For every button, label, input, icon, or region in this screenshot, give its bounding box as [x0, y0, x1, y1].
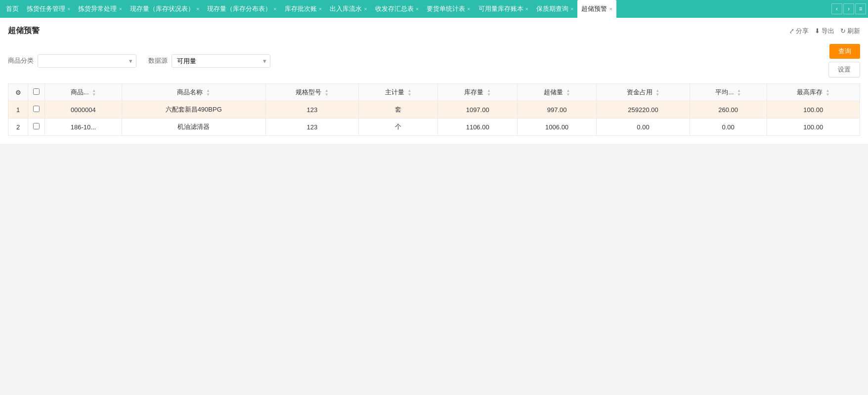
- row-checkbox-cell[interactable]: [28, 118, 45, 136]
- share-icon: ⤤: [789, 27, 794, 35]
- close-icon[interactable]: ×: [319, 6, 322, 12]
- row-avg: 0.00: [690, 118, 767, 136]
- sort-icon: ▲▼: [655, 89, 659, 97]
- sort-icon: ▲▼: [408, 89, 412, 97]
- row-code: 186-10...: [45, 118, 122, 136]
- row-capital: 0.00: [597, 118, 690, 136]
- close-icon[interactable]: ×: [416, 6, 419, 12]
- th-avg[interactable]: 平均... ▲▼: [690, 84, 767, 101]
- table-row: 2 186-10... 机油滤清器 123 个 1106.00 1006.00 …: [8, 118, 860, 136]
- nav-inout-flow[interactable]: 出入库流水 ×: [326, 0, 371, 18]
- nav-next-button[interactable]: ›: [843, 3, 854, 14]
- select-all-checkbox[interactable]: [33, 88, 40, 95]
- nav-overstock-warning[interactable]: 超储预警 ×: [577, 0, 616, 18]
- datasource-select[interactable]: 可用量 库存量: [172, 54, 270, 68]
- close-icon[interactable]: ×: [364, 6, 367, 12]
- refresh-icon: ↻: [840, 27, 846, 35]
- table-row: 1 0000004 六配套新昌490BPG 123 套 1097.00 997.…: [8, 101, 860, 118]
- category-select[interactable]: [38, 54, 136, 68]
- row-checkbox[interactable]: [33, 106, 40, 112]
- settings-button[interactable]: 设置: [828, 62, 860, 78]
- nav-available-stock[interactable]: 可用量库存账本 ×: [475, 0, 532, 18]
- row-unit: 个: [359, 118, 438, 136]
- sort-icon: ▲▼: [487, 89, 491, 97]
- close-icon[interactable]: ×: [196, 6, 199, 12]
- th-name[interactable]: 商品名称 ▲▼: [122, 84, 265, 101]
- row-avg: 260.00: [690, 101, 767, 118]
- row-overstock: 1006.00: [517, 118, 596, 136]
- page-content: 超储预警 ⤤ 分享 ⬇ 导出 ↻ 刷新 商品分类: [0, 18, 868, 144]
- nav-stock-status[interactable]: 现存量（库存状况表） ×: [126, 0, 203, 18]
- page-header: 超储预警 ⤤ 分享 ⬇ 导出 ↻ 刷新: [8, 26, 860, 36]
- query-button[interactable]: 查询: [829, 44, 860, 59]
- close-icon[interactable]: ×: [67, 6, 70, 12]
- datasource-select-wrapper: 可用量 库存量: [172, 54, 270, 68]
- row-spec: 123: [265, 101, 358, 118]
- share-button[interactable]: ⤤ 分享: [789, 27, 809, 36]
- table-header-row: ⚙ 商品... ▲▼ 商品名称 ▲▼ 规格型号 ▲▼ 主计: [8, 84, 860, 101]
- category-select-wrapper: [38, 54, 136, 68]
- nav-pick-exception[interactable]: 拣货异常处理 ×: [74, 0, 126, 18]
- export-icon: ⬇: [815, 27, 820, 35]
- th-settings[interactable]: ⚙: [8, 84, 28, 101]
- th-maxstock[interactable]: 最高库存 ▲▼: [767, 84, 860, 101]
- nav-summary[interactable]: 收发存汇总表 ×: [371, 0, 423, 18]
- close-icon[interactable]: ×: [119, 6, 122, 12]
- sort-icon: ▲▼: [737, 89, 741, 97]
- nav-prev-button[interactable]: ‹: [831, 3, 842, 14]
- th-overstock[interactable]: 超储量 ▲▼: [517, 84, 596, 101]
- header-actions: ⤤ 分享 ⬇ 导出 ↻ 刷新: [789, 27, 860, 36]
- th-capital[interactable]: 资金占用 ▲▼: [597, 84, 690, 101]
- settings-icon: ⚙: [15, 89, 21, 96]
- export-button[interactable]: ⬇ 导出: [815, 27, 834, 36]
- th-checkbox[interactable]: [28, 84, 45, 101]
- row-maxstock: 100.00: [767, 118, 860, 136]
- th-unit[interactable]: 主计量 ▲▼: [359, 84, 438, 101]
- refresh-button[interactable]: ↻ 刷新: [840, 27, 860, 36]
- row-num: 1: [8, 101, 28, 118]
- row-checkbox-cell[interactable]: [28, 101, 45, 118]
- row-num: 2: [8, 118, 28, 136]
- datasource-filter: 数据源 可用量 库存量: [148, 54, 270, 68]
- nav-quality-check[interactable]: 保质期查询 ×: [532, 0, 577, 18]
- close-icon[interactable]: ×: [609, 6, 612, 12]
- page-title: 超储预警: [8, 26, 40, 36]
- nav-home[interactable]: 首页: [2, 0, 23, 18]
- nav-pick-task[interactable]: 拣货任务管理 ×: [23, 0, 74, 18]
- row-checkbox[interactable]: [33, 123, 40, 129]
- th-spec[interactable]: 规格型号 ▲▼: [265, 84, 358, 101]
- top-navigation: 首页 拣货任务管理 × 拣货异常处理 × 现存量（库存状况表） × 现存量（库存…: [0, 0, 868, 18]
- row-name: 六配套新昌490BPG: [122, 101, 265, 118]
- close-icon[interactable]: ×: [273, 6, 276, 12]
- sort-icon: ▲▼: [566, 89, 570, 97]
- nav-menu-button[interactable]: ≡: [855, 3, 866, 14]
- row-maxstock: 100.00: [767, 101, 860, 118]
- sort-icon: ▲▼: [325, 89, 329, 97]
- data-table: ⚙ 商品... ▲▼ 商品名称 ▲▼ 规格型号 ▲▼ 主计: [8, 83, 860, 136]
- close-icon[interactable]: ×: [570, 6, 573, 12]
- category-filter: 商品分类: [8, 54, 136, 68]
- row-overstock: 997.00: [517, 101, 596, 118]
- th-code[interactable]: 商品... ▲▼: [45, 84, 122, 101]
- filter-buttons: 查询 设置: [828, 44, 860, 78]
- category-label: 商品分类: [8, 56, 34, 65]
- nav-batch-account[interactable]: 库存批次账 ×: [281, 0, 326, 18]
- row-stock: 1106.00: [438, 118, 517, 136]
- row-name: 机油滤清器: [122, 118, 265, 136]
- nav-arrow-controls: ‹ › ≡: [831, 3, 866, 14]
- row-spec: 123: [265, 118, 358, 136]
- filter-row: 商品分类 数据源 可用量 库存量 查询 设置: [8, 44, 860, 78]
- close-icon[interactable]: ×: [525, 6, 528, 12]
- th-stock[interactable]: 库存量 ▲▼: [438, 84, 517, 101]
- datasource-label: 数据源: [148, 56, 168, 65]
- sort-icon: ▲▼: [206, 89, 210, 97]
- close-icon[interactable]: ×: [467, 6, 470, 12]
- nav-order-stats[interactable]: 要货单统计表 ×: [423, 0, 474, 18]
- row-unit: 套: [359, 101, 438, 118]
- table-body: 1 0000004 六配套新昌490BPG 123 套 1097.00 997.…: [8, 101, 860, 136]
- sort-icon: ▲▼: [826, 89, 830, 97]
- row-capital: 259220.00: [597, 101, 690, 118]
- row-code: 0000004: [45, 101, 122, 118]
- sort-icon: ▲▼: [92, 89, 96, 97]
- nav-stock-dist[interactable]: 现存量（库存分布表） ×: [203, 0, 280, 18]
